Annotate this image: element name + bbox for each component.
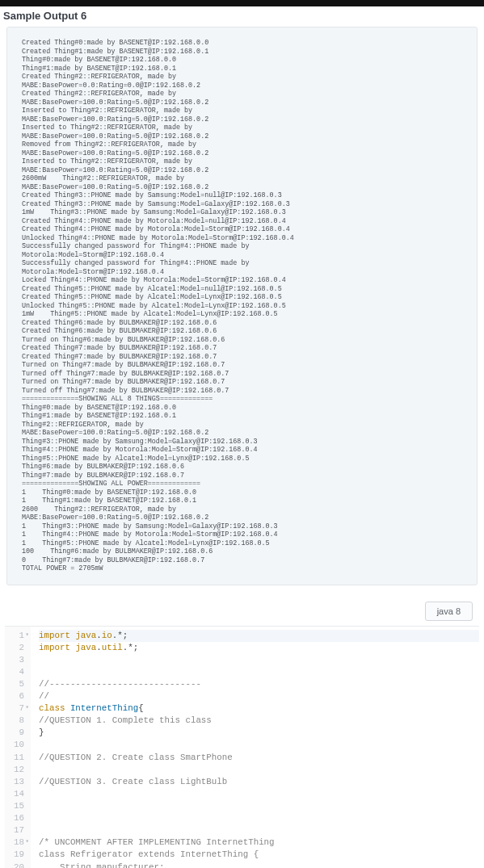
line-number: 14 — [8, 788, 24, 800]
code-line[interactable]: class InternetThing{ — [39, 702, 479, 715]
code-line[interactable] — [39, 824, 479, 837]
code-line[interactable] — [39, 739, 479, 751]
code-line[interactable]: //QUESTION 3. Create class LightBulb — [39, 776, 479, 788]
top-bar — [0, 0, 484, 6]
line-number: 12 — [8, 764, 24, 776]
line-number: 8 — [8, 715, 24, 727]
code-area[interactable]: 1234567891011121314151617181920212223242… — [5, 626, 479, 869]
code-body[interactable]: import java.io.*;import java.util.*; //-… — [31, 627, 479, 869]
sample-output-text: Created Thing#0:made by BASENET@IP:192.1… — [22, 39, 462, 573]
code-line[interactable]: //QUESTION 1. Complete this class — [39, 715, 479, 727]
line-number: 3 — [8, 654, 24, 666]
line-number: 1 — [8, 630, 24, 642]
line-number: 6 — [8, 690, 24, 702]
code-line[interactable]: } — [39, 727, 479, 739]
language-select-button[interactable]: java 8 — [425, 602, 473, 621]
line-number: 5 — [8, 678, 24, 690]
code-line[interactable]: //QUESTION 2. Create class SmartPhone — [39, 752, 479, 764]
line-number-gutter: 1234567891011121314151617181920212223242… — [5, 627, 31, 869]
section-heading: Sample Output 6 — [0, 6, 484, 27]
line-number: 11 — [8, 752, 24, 764]
code-editor: java 8 123456789101112131415161718192021… — [5, 597, 479, 869]
editor-toolbar: java 8 — [5, 597, 479, 626]
line-number: 9 — [8, 727, 24, 739]
line-number: 15 — [8, 800, 24, 812]
code-line[interactable] — [39, 654, 479, 666]
code-line[interactable]: import java.io.*; — [39, 630, 479, 642]
code-line[interactable]: class Refrigerator extends InternetThing… — [39, 849, 479, 861]
line-number: 10 — [8, 739, 24, 751]
code-line[interactable]: // — [39, 690, 479, 702]
line-number: 13 — [8, 776, 24, 788]
line-number: 2 — [8, 642, 24, 654]
code-line[interactable]: //----------------------------- — [39, 678, 479, 690]
code-line[interactable] — [39, 812, 479, 824]
code-line[interactable]: String manufacturer; — [39, 862, 479, 868]
code-line[interactable] — [39, 666, 479, 678]
code-line[interactable] — [39, 788, 479, 800]
line-number: 20 — [8, 862, 24, 868]
line-number: 7 — [8, 702, 24, 715]
line-number: 4 — [8, 666, 24, 678]
line-number: 16 — [8, 812, 24, 824]
line-number: 19 — [8, 849, 24, 861]
line-number: 17 — [8, 824, 24, 837]
code-line[interactable] — [39, 800, 479, 812]
code-line[interactable]: /* UNCOMMENT AFTER IMPLEMENTING Internet… — [39, 837, 479, 849]
sample-output-block: Created Thing#0:made by BASENET@IP:192.1… — [6, 27, 478, 585]
code-line[interactable]: import java.util.*; — [39, 642, 479, 654]
code-line[interactable] — [39, 764, 479, 776]
line-number: 18 — [8, 837, 24, 849]
